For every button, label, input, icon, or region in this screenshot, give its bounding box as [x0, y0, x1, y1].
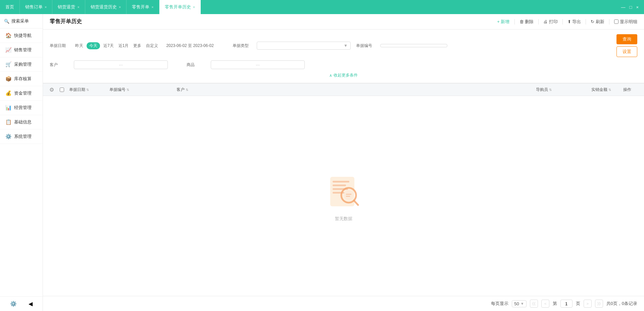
- th-action: 操作: [614, 87, 641, 93]
- toolbar-divider-2: [538, 19, 539, 24]
- date-opt-today[interactable]: 今天: [87, 42, 100, 49]
- add-button[interactable]: + 新增: [497, 19, 509, 25]
- window-maximize[interactable]: □: [630, 5, 632, 10]
- tab-close-2[interactable]: ×: [77, 5, 79, 9]
- filter-row-1: 单据日期 昨天 今天 近7天 近1月 更多 自定义 2023-06-02 至 2…: [50, 34, 637, 57]
- sidebar-item-7[interactable]: ⚙️系统管理: [0, 129, 43, 144]
- sort-date-icon: ⇅: [86, 88, 89, 92]
- table-header: ⚙ 单据日期 ⇅ 单据编号 ⇅ 客户 ⇅ 导购员 ⇅: [43, 83, 644, 96]
- page-prev-btn[interactable]: ＜: [541, 300, 549, 308]
- sidebar-label-4: 资金管理: [14, 90, 32, 96]
- nav-tab-3[interactable]: 销货退货历史 ×: [85, 0, 127, 14]
- page-first-btn[interactable]: ⟨⟨: [530, 300, 538, 308]
- bill-type-label: 单据类型: [233, 43, 251, 49]
- sidebar-label-1: 销售管理: [14, 47, 32, 53]
- sidebar-item-0[interactable]: 🏠快捷导航: [0, 29, 43, 43]
- bill-type-select[interactable]: ▼: [257, 42, 351, 50]
- th-billno[interactable]: 单据编号 ⇅: [107, 87, 174, 93]
- display-detail-toggle[interactable]: 显示明细: [614, 19, 637, 25]
- print-button[interactable]: 🖨 打印: [543, 19, 558, 25]
- sort-billno-icon: ⇅: [127, 88, 129, 92]
- collapse-arrow-icon: ∧: [329, 73, 332, 78]
- empty-illustration: [322, 170, 365, 210]
- display-detail-checkbox[interactable]: [614, 19, 618, 24]
- sidebar-item-1[interactable]: 📈销售管理: [0, 43, 43, 57]
- date-opt-more[interactable]: 更多: [132, 42, 143, 49]
- sidebar-item-6[interactable]: 📋基础信息: [0, 115, 43, 129]
- sidebar-search[interactable]: 🔍 搜索采单: [0, 14, 43, 29]
- nav-tab-5[interactable]: 零售开单历史 ×: [159, 0, 201, 14]
- table-area: ⚙ 单据日期 ⇅ 单据编号 ⇅ 客户 ⇅ 导购员 ⇅: [43, 83, 644, 296]
- th-amount[interactable]: 实销金额 ⇅: [574, 87, 614, 93]
- th-checkbox[interactable]: [57, 88, 66, 92]
- toolbar-divider-1: [514, 19, 515, 24]
- sidebar-item-2[interactable]: 🛒采购管理: [0, 57, 43, 72]
- th-salesperson[interactable]: 导购员 ⇅: [533, 87, 574, 93]
- sidebar-settings-icon[interactable]: ⚙️: [10, 301, 17, 307]
- main-layout: 🔍 搜索采单 🏠快捷导航📈销售管理🛒采购管理📦库存核算💰资金管理📊经营管理📋基础…: [0, 14, 644, 311]
- sidebar-label-5: 经营管理: [14, 105, 32, 111]
- empty-text: 暂无数据: [335, 216, 352, 222]
- svg-rect-1: [333, 181, 349, 183]
- bill-no-input[interactable]: [380, 44, 447, 47]
- tab-close-3[interactable]: ×: [119, 5, 121, 9]
- customer-input[interactable]: ···: [74, 60, 168, 69]
- goods-dots: ···: [256, 62, 260, 67]
- page-title: 零售开单历史: [50, 18, 82, 25]
- svg-line-7: [354, 201, 358, 205]
- delete-button[interactable]: 🗑 删除: [519, 19, 534, 25]
- date-opt-7days[interactable]: 近7天: [102, 42, 115, 49]
- filter-collapse-btn[interactable]: ∧ 收起更多条件: [50, 72, 637, 78]
- sidebar-icon-5: 📊: [5, 105, 11, 111]
- window-minimize[interactable]: —: [621, 5, 626, 10]
- page-size-select[interactable]: 50 ▼: [512, 300, 526, 307]
- th-amount-label: 实销金额: [591, 87, 607, 93]
- per-page-label: 每页显示: [491, 301, 508, 307]
- sidebar-label-7: 系统管理: [14, 134, 32, 140]
- sidebar-item-3[interactable]: 📦库存核算: [0, 72, 43, 86]
- sidebar: 🔍 搜索采单 🏠快捷导航📈销售管理🛒采购管理📦库存核算💰资金管理📊经营管理📋基础…: [0, 14, 43, 311]
- goods-input[interactable]: ···: [211, 60, 305, 69]
- nav-tab-1[interactable]: 销售订单 ×: [20, 0, 52, 14]
- th-date[interactable]: 单据日期 ⇅: [66, 87, 107, 93]
- page-label: 页: [576, 301, 580, 307]
- th-customer[interactable]: 客户 ⇅: [174, 87, 533, 93]
- page-last-btn[interactable]: ⟩⟩: [595, 300, 603, 308]
- tab-close-4[interactable]: ×: [151, 5, 153, 9]
- window-close[interactable]: ×: [636, 5, 639, 10]
- page-header: 零售开单历史 + 新增 🗑 删除 🖨 打印 ⬆ 导出 ↻ 刷新 显示明细: [43, 14, 644, 30]
- tab-close-1[interactable]: ×: [45, 5, 47, 9]
- page-size-arrow: ▼: [521, 302, 524, 306]
- th-salesperson-label: 导购员: [536, 87, 548, 93]
- select-all-checkbox[interactable]: [60, 88, 64, 92]
- page-number-input[interactable]: [560, 300, 573, 308]
- page-current-label: 第: [553, 301, 557, 307]
- date-opt-yesterday[interactable]: 昨天: [74, 42, 85, 49]
- top-nav: 首页销售订单 ×销货退货 ×销货退货历史 ×零售开单 ×零售开单历史 × — □…: [0, 0, 644, 14]
- th-settings-icon[interactable]: ⚙: [46, 87, 57, 93]
- sidebar-collapse-icon[interactable]: ◀: [29, 301, 33, 307]
- nav-tab-4[interactable]: 零售开单 ×: [127, 0, 159, 14]
- setting-button[interactable]: 设置: [616, 46, 637, 57]
- date-opt-custom[interactable]: 自定义: [145, 42, 159, 49]
- nav-tab-0[interactable]: 首页: [0, 0, 20, 14]
- sidebar-item-5[interactable]: 📊经营管理: [0, 101, 43, 115]
- sidebar-label-2: 采购管理: [14, 61, 32, 67]
- page-size-value: 50: [514, 301, 519, 306]
- sidebar-icon-2: 🛒: [5, 61, 11, 67]
- query-button[interactable]: 查询: [616, 34, 637, 44]
- page-next-btn[interactable]: ＞: [584, 300, 592, 308]
- date-opt-1month[interactable]: 近1月: [117, 42, 130, 49]
- refresh-button[interactable]: ↻ 刷新: [591, 19, 604, 25]
- filter-section: 单据日期 昨天 今天 近7天 近1月 更多 自定义 2023-06-02 至 2…: [43, 30, 644, 83]
- sort-salesperson-icon: ⇅: [549, 88, 552, 92]
- nav-tab-2[interactable]: 销货退货 ×: [52, 0, 85, 14]
- th-customer-label: 客户: [177, 87, 185, 93]
- sidebar-icon-3: 📦: [5, 76, 11, 82]
- sidebar-label-6: 基础信息: [14, 119, 32, 125]
- pagination: 每页显示 50 ▼ ⟨⟨ ＜ 第 页 ＞ ⟩⟩ 共0页，0条记录: [43, 296, 644, 311]
- export-button[interactable]: ⬆ 导出: [567, 19, 581, 25]
- sidebar-item-4[interactable]: 💰资金管理: [0, 86, 43, 101]
- bill-no-label: 单据编号: [356, 43, 375, 49]
- tab-close-5[interactable]: ×: [193, 5, 195, 9]
